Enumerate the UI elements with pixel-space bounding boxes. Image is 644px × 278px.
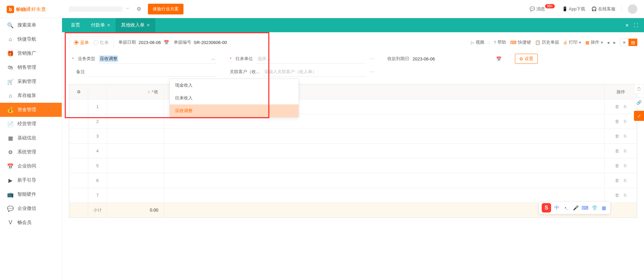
- tab-home[interactable]: 首页: [65, 18, 86, 32]
- ime-keyboard-icon[interactable]: ⌨: [581, 204, 589, 212]
- radio-red[interactable]: 红单: [94, 40, 109, 46]
- ime-lang[interactable]: 中: [553, 204, 560, 212]
- sidebar-item-basicinfo[interactable]: ▦基础信息: [0, 131, 62, 145]
- sidebar-item-collab[interactable]: 📅企业协同: [0, 159, 62, 173]
- sidebar: 🔍搜索菜单 ⌂快捷导航 🎁营销推广 🛍销售管理 🛒采购管理 ⌂库存核算 💰资金管…: [0, 18, 62, 278]
- video-link[interactable]: ▷视频: [471, 39, 484, 45]
- sidebar-item-search[interactable]: 🔍搜索菜单: [0, 18, 62, 32]
- sidebar-item-member[interactable]: V畅会员: [0, 216, 62, 230]
- sidebar-item-sales[interactable]: 🛍销售管理: [0, 60, 62, 75]
- cta-button[interactable]: 体验行业方案: [148, 4, 183, 14]
- sidebar-item-hardware[interactable]: 📺智能硬件: [0, 187, 62, 201]
- rail-expand-icon[interactable]: ⤢: [634, 111, 644, 121]
- doc-icon: 📄: [7, 121, 13, 127]
- sidebar-item-operation[interactable]: 📄经营管理: [0, 117, 62, 131]
- date-value[interactable]: 2023-06-06: [139, 40, 161, 45]
- copy-icon[interactable]: ⎘: [624, 148, 627, 153]
- chat-icon: 💬: [530, 6, 535, 11]
- tabs-close-all[interactable]: ✕: [625, 23, 629, 28]
- copy-icon[interactable]: ⎘: [624, 178, 627, 183]
- delete-icon[interactable]: 🗑: [615, 163, 619, 168]
- copy-icon[interactable]: ⎘: [624, 134, 627, 139]
- relcust-input[interactable]: [263, 67, 366, 77]
- service-link[interactable]: 🎧 在线客服: [591, 6, 615, 12]
- ime-skin-icon[interactable]: 👕: [591, 204, 598, 212]
- copy-icon[interactable]: ⎘: [624, 163, 627, 168]
- copy-icon[interactable]: ⎘: [624, 104, 627, 109]
- history-link[interactable]: 📋历史单据: [535, 39, 559, 45]
- print-link[interactable]: 🖨打印 ▾: [563, 39, 581, 45]
- calendar-icon[interactable]: 📅: [164, 40, 169, 45]
- sidebar-item-system[interactable]: ⚙系统管理: [0, 145, 62, 159]
- table-row[interactable]: 4🗑⎘: [69, 144, 637, 158]
- delete-icon[interactable]: 🗑: [615, 193, 619, 198]
- table-row[interactable]: 7🗑⎘: [69, 188, 637, 203]
- remark-input[interactable]: [88, 67, 216, 77]
- ime-punct-icon[interactable]: •,: [562, 204, 570, 212]
- close-icon[interactable]: ✕: [147, 23, 150, 28]
- copy-icon[interactable]: ⎘: [624, 193, 627, 198]
- dropdown-option[interactable]: 应收调整: [170, 104, 299, 117]
- money-icon: 💰: [7, 107, 13, 113]
- table-row[interactable]: 1🗑⎘: [69, 99, 637, 114]
- search-icon: 🔍: [7, 22, 13, 28]
- tabs-expand[interactable]: ⛶: [634, 23, 638, 28]
- help-link[interactable]: ?帮助: [494, 39, 506, 45]
- view-card[interactable]: ▤: [629, 39, 637, 46]
- shortcut-link[interactable]: ⌨快捷键: [510, 39, 531, 45]
- sidebar-item-purchase[interactable]: 🛒采购管理: [0, 75, 62, 89]
- prev-icon[interactable]: ◂: [607, 40, 609, 45]
- operate-link[interactable]: ▦操作 ▾: [585, 39, 603, 45]
- copy-icon[interactable]: ⎘: [624, 119, 627, 124]
- play-circle-icon: ▷: [471, 40, 474, 45]
- ime-grid-icon[interactable]: ▦: [600, 204, 607, 212]
- messages-link[interactable]: 💬 消息 99+: [530, 6, 556, 12]
- close-icon[interactable]: ✕: [107, 23, 110, 28]
- right-rail: 🗒 🔗 ⤢: [634, 84, 644, 121]
- settings-button[interactable]: ⚙设置: [515, 54, 538, 64]
- more-icon[interactable]: ⋯: [369, 69, 374, 75]
- sidebar-item-quicknav[interactable]: ⌂快捷导航: [0, 32, 62, 46]
- doc-toolbar: 蓝单 红单 单据日期 2023-06-06 📅 单据编号 SR-20230606…: [69, 36, 637, 49]
- delete-icon[interactable]: 🗑: [615, 134, 619, 139]
- delete-icon[interactable]: 🗑: [615, 104, 619, 109]
- party-input[interactable]: [256, 54, 366, 63]
- view-list[interactable]: ≡: [620, 39, 629, 46]
- sidebar-item-wechat[interactable]: 💬企业微信: [0, 201, 62, 216]
- dropdown-option[interactable]: 往来收入: [170, 92, 299, 104]
- table-row[interactable]: 3🗑⎘: [69, 129, 637, 144]
- gear-icon[interactable]: ⚙: [77, 89, 81, 94]
- tab-payment[interactable]: 付款单✕: [86, 18, 116, 32]
- col-amount[interactable]: ⇅*收: [107, 85, 164, 99]
- delete-icon[interactable]: 🗑: [615, 119, 619, 124]
- settings-icon[interactable]: ⚙: [137, 6, 141, 12]
- delete-icon[interactable]: 🗑: [615, 148, 619, 153]
- sidebar-item-guide[interactable]: ▶新手引导: [0, 173, 62, 187]
- tenant-dropdown[interactable]: ﹀: [69, 6, 130, 12]
- avatar[interactable]: [628, 4, 637, 14]
- tab-other-income[interactable]: 其他收入单✕: [116, 18, 155, 32]
- table-row[interactable]: 2🗑⎘: [69, 114, 637, 129]
- biztype-value[interactable]: 应收调整: [99, 55, 118, 62]
- due-value[interactable]: 2023-06-06: [413, 56, 493, 61]
- calendar-icon: 📅: [7, 163, 13, 169]
- dropdown-option[interactable]: 现金收入: [170, 79, 299, 92]
- sidebar-item-inventory[interactable]: ⌂库存核算: [0, 89, 62, 103]
- ime-toolbar[interactable]: S 中 •, 🎤 ⌨ 👕 ▦: [539, 201, 610, 214]
- next-icon[interactable]: ▸: [613, 40, 616, 45]
- delete-icon[interactable]: 🗑: [615, 178, 619, 183]
- sidebar-item-marketing[interactable]: 🎁营销推广: [0, 46, 62, 60]
- sidebar-item-funds[interactable]: 💰资金管理: [0, 103, 62, 117]
- chevron-up-icon[interactable]: ︿: [211, 56, 216, 62]
- table-row[interactable]: 6🗑⎘: [69, 173, 637, 188]
- app-download-link[interactable]: 📱 App下载: [562, 6, 585, 12]
- play-icon: ▶: [7, 177, 13, 183]
- chevron-down-icon: ▾: [579, 40, 581, 45]
- calendar-icon[interactable]: 📅: [496, 56, 501, 61]
- radio-blue[interactable]: 蓝单: [74, 40, 89, 46]
- ime-mic-icon[interactable]: 🎤: [572, 204, 579, 212]
- table-row[interactable]: 5🗑⎘: [69, 158, 637, 173]
- more-icon[interactable]: ⋯: [369, 56, 374, 61]
- rail-attach-icon[interactable]: 🔗: [634, 97, 644, 107]
- rail-note-icon[interactable]: 🗒: [634, 84, 644, 94]
